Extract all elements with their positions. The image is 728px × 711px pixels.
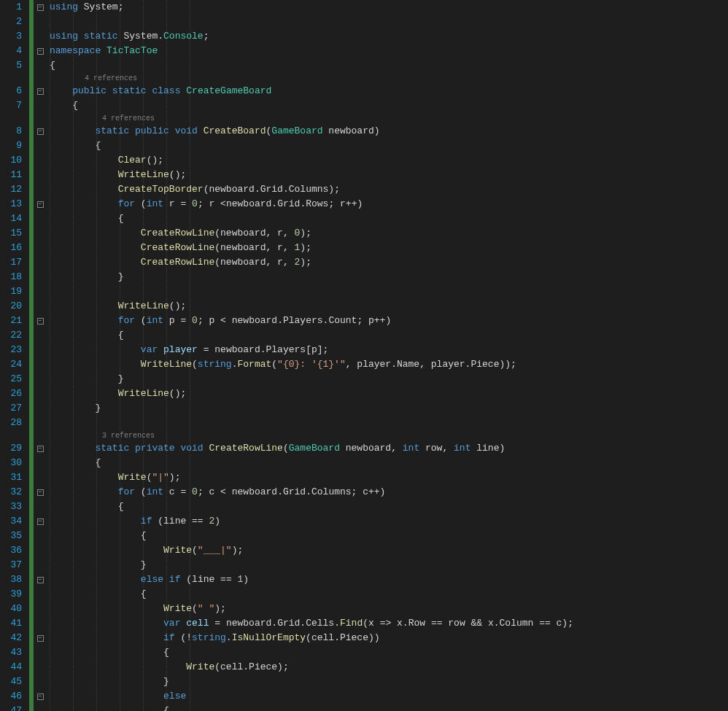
code-line[interactable]: Write(cell.Piece); xyxy=(50,660,728,675)
code-line[interactable]: WriteLine(); xyxy=(50,299,728,314)
code-line[interactable]: } xyxy=(50,270,728,284)
code-line[interactable]: { xyxy=(50,58,728,73)
code-line[interactable]: } xyxy=(50,401,728,416)
code-line[interactable]: static private void CreateRowLine(GameBo… xyxy=(50,441,728,456)
fold-cell xyxy=(34,58,47,73)
fold-toggle-icon[interactable]: − xyxy=(37,48,44,55)
token: 0 xyxy=(192,198,198,209)
fold-toggle-icon[interactable]: − xyxy=(37,88,44,95)
fold-toggle-icon[interactable]: − xyxy=(37,635,44,642)
code-line[interactable]: var player = newboard.Players[p]; xyxy=(50,343,728,357)
line-number: 25 xyxy=(0,372,22,386)
fold-cell xyxy=(34,416,47,430)
code-line[interactable]: CreateRowLine(newboard, r, 0); xyxy=(50,226,728,241)
token: ) xyxy=(374,125,380,136)
code-line[interactable]: CreateTopBorder(newboard.Grid.Columns); xyxy=(50,182,728,197)
token xyxy=(232,574,238,585)
line-number: 5 xyxy=(0,58,22,73)
fold-toggle-icon[interactable]: − xyxy=(37,577,44,583)
code-line[interactable]: public static class CreateGameBoard xyxy=(50,84,728,98)
code-line[interactable] xyxy=(50,15,728,29)
token: 0 xyxy=(192,315,198,326)
code-line[interactable]: if (!string.IsNullOrEmpty(cell.Piece)) xyxy=(50,631,728,645)
fold-cell xyxy=(34,587,47,602)
code-line[interactable]: { xyxy=(50,529,728,543)
token: static xyxy=(95,125,129,136)
code-area[interactable]: using System;using static System.Console… xyxy=(47,0,728,711)
code-line[interactable] xyxy=(50,284,728,299)
fold-toggle-icon[interactable]: − xyxy=(37,518,44,525)
code-line[interactable]: { xyxy=(50,139,728,153)
token: "|" xyxy=(152,472,169,483)
code-line[interactable]: Clear(); xyxy=(50,153,728,168)
code-line[interactable]: } xyxy=(50,675,728,689)
code-line[interactable]: WriteLine(); xyxy=(50,168,728,182)
token xyxy=(50,457,95,468)
token: } xyxy=(141,559,147,570)
code-line[interactable]: static public void CreateBoard(GameBoard… xyxy=(50,124,728,139)
code-line[interactable]: { xyxy=(50,456,728,470)
token xyxy=(50,271,118,282)
code-line[interactable]: { xyxy=(50,98,728,113)
fold-toggle-icon[interactable]: − xyxy=(37,489,44,496)
code-line[interactable]: } xyxy=(50,372,728,386)
code-line[interactable]: var cell = newboard.Grid.Cells.Find(x =>… xyxy=(50,616,728,631)
code-line[interactable]: for (int c = 0; c < newboard.Grid.Column… xyxy=(50,485,728,500)
token: static xyxy=(95,443,129,454)
line-number: 34 xyxy=(0,514,22,529)
codelens-reference[interactable]: 3 references xyxy=(50,430,728,441)
token: int xyxy=(147,198,163,209)
code-line[interactable]: else xyxy=(50,689,728,704)
code-line[interactable]: WriteLine(string.Format("{0}: '{1}'", pl… xyxy=(50,357,728,372)
code-line[interactable]: { xyxy=(50,704,728,711)
fold-toggle-icon[interactable]: − xyxy=(37,318,44,325)
code-line[interactable]: namespace TicTacToe xyxy=(50,44,728,58)
code-line[interactable]: { xyxy=(50,645,728,660)
code-line[interactable]: { xyxy=(50,500,728,514)
token: CreateRowLine xyxy=(209,443,283,454)
code-line[interactable]: WriteLine(); xyxy=(50,386,728,401)
code-line[interactable]: } xyxy=(50,558,728,572)
codelens-reference[interactable]: 4 references xyxy=(50,113,728,124)
fold-toggle-icon[interactable]: − xyxy=(37,4,44,11)
token xyxy=(289,228,295,238)
token xyxy=(50,647,163,658)
code-line[interactable]: for (int r = 0; r <newboard.Grid.Rows; r… xyxy=(50,197,728,211)
code-line[interactable]: for (int p = 0; p < newboard.Players.Cou… xyxy=(50,314,728,328)
token xyxy=(50,359,141,370)
line-number: 21 xyxy=(0,314,22,328)
token xyxy=(50,501,118,512)
token: < xyxy=(220,315,226,326)
code-line[interactable] xyxy=(50,416,728,430)
codelens-reference[interactable]: 4 references xyxy=(50,73,728,84)
fold-toggle-icon[interactable]: − xyxy=(37,693,44,700)
token: for xyxy=(118,198,135,209)
code-line[interactable]: if (line == 2) xyxy=(50,514,728,529)
line-number: 36 xyxy=(0,543,22,558)
token: { xyxy=(50,60,55,71)
token: Find xyxy=(340,618,363,629)
code-line[interactable]: Write("|"); xyxy=(50,470,728,485)
token xyxy=(50,472,118,483)
fold-toggle-icon[interactable]: − xyxy=(37,128,44,135)
line-number: 11 xyxy=(0,168,22,182)
line-number: 28 xyxy=(0,416,22,430)
code-line[interactable]: CreateRowLine(newboard, r, 1); xyxy=(50,241,728,255)
code-line[interactable]: else if (line == 1) xyxy=(50,572,728,587)
code-editor[interactable]: 1234567891011121314151617181920212223242… xyxy=(0,0,728,711)
token: ; xyxy=(118,1,124,12)
code-line[interactable]: { xyxy=(50,211,728,226)
line-number: 42 xyxy=(0,631,22,645)
code-line[interactable]: using static System.Console; xyxy=(50,29,728,44)
token: player xyxy=(163,344,198,355)
fold-toggle-icon[interactable]: − xyxy=(37,446,44,452)
code-line[interactable]: Write(" "); xyxy=(50,602,728,616)
fold-cell xyxy=(34,456,47,470)
code-line[interactable]: using System; xyxy=(50,0,728,15)
code-line[interactable]: Write("___|"); xyxy=(50,543,728,558)
code-line[interactable]: { xyxy=(50,328,728,343)
token: TicTacToe xyxy=(107,45,158,56)
fold-toggle-icon[interactable]: − xyxy=(37,201,44,208)
code-line[interactable]: CreateRowLine(newboard, r, 2); xyxy=(50,255,728,270)
code-line[interactable]: { xyxy=(50,587,728,602)
